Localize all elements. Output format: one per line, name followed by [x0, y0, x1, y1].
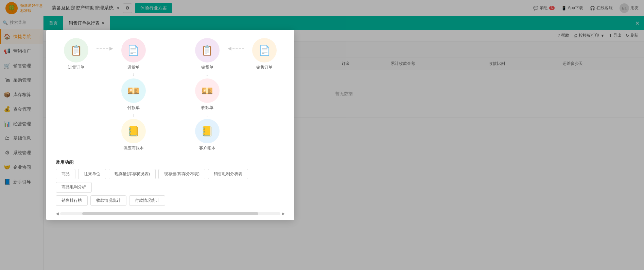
flow-diagram: 📋 进货订单 ▶ 📄	[56, 38, 285, 151]
common-functions-buttons-row2: 销售排行榜 收款情况统计 付款情况统计	[56, 195, 285, 206]
btn-stock-dist[interactable]: 现存量(库存分布表)	[158, 169, 205, 179]
customer-ledger-circle: 📒	[195, 119, 220, 143]
common-functions-buttons: 商品 往来单位 现存量(库存状况表) 现存量(库存分布表) 销售毛利分析表 商品…	[56, 169, 285, 193]
purchase-order-icon: 📋	[70, 45, 82, 56]
btn-payment-stats[interactable]: 付款情况统计	[129, 195, 165, 206]
purchase-bill-icon: 📄	[127, 45, 139, 56]
payment-bill-node[interactable]: 💴 付款单	[113, 78, 154, 111]
btn-sales-rank[interactable]: 销售排行榜	[56, 195, 88, 206]
btn-receipt-stats[interactable]: 收款情况统计	[90, 195, 126, 206]
sales-bill-icon: 📋	[201, 45, 213, 56]
sales-order-icon: 📄	[259, 45, 271, 56]
sales-bill-circle: 📋	[195, 38, 220, 62]
purchase-bill-circle: 📄	[121, 38, 146, 62]
btn-partners[interactable]: 往来单位	[78, 169, 106, 179]
receipt-bill-circle: 💴	[195, 78, 220, 103]
purchase-order-circle: 📋	[64, 38, 88, 62]
common-functions-section: 常用功能 商品 往来单位 现存量(库存状况表) 现存量(库存分布表) 销售毛利分…	[56, 159, 285, 206]
modal-scroll-area: ◀ ▶	[56, 211, 285, 216]
payment-bill-icon: 💴	[127, 85, 139, 96]
sales-order-circle: 📄	[252, 38, 277, 62]
customer-ledger-node[interactable]: 📒 客户账本	[187, 119, 228, 151]
supplier-ledger-circle: 📒	[121, 119, 146, 143]
scrollbar-track	[60, 212, 280, 215]
supplier-ledger-icon: 📒	[127, 126, 139, 137]
sales-bill-node[interactable]: 📋 销货单	[187, 38, 228, 70]
purchase-order-node[interactable]: 📋 进货订单	[56, 38, 97, 70]
receipt-bill-node[interactable]: 💴 收款单	[187, 78, 228, 111]
flow-modal: 📋 进货订单 ▶ 📄	[46, 30, 294, 220]
supplier-ledger-node[interactable]: 📒 供应商账本	[113, 119, 154, 151]
btn-goods[interactable]: 商品	[56, 169, 75, 179]
sales-order-node[interactable]: 📄 销售订单	[244, 38, 285, 70]
payment-bill-circle: 💴	[121, 78, 146, 103]
btn-sales-profit[interactable]: 销售毛利分析表	[208, 169, 248, 179]
customer-ledger-icon: 📒	[201, 126, 213, 137]
scrollbar-thumb[interactable]	[82, 212, 258, 215]
scroll-right-arrow[interactable]: ▶	[282, 211, 285, 216]
purchase-bill-node[interactable]: 📄 进货单	[113, 38, 154, 70]
receipt-bill-icon: 💴	[201, 85, 213, 96]
btn-goods-profit[interactable]: 商品毛利分析	[56, 182, 92, 193]
scroll-left-arrow[interactable]: ◀	[56, 211, 59, 216]
common-functions-title: 常用功能	[56, 159, 285, 165]
btn-stock-status[interactable]: 现存量(库存状况表)	[109, 169, 156, 179]
